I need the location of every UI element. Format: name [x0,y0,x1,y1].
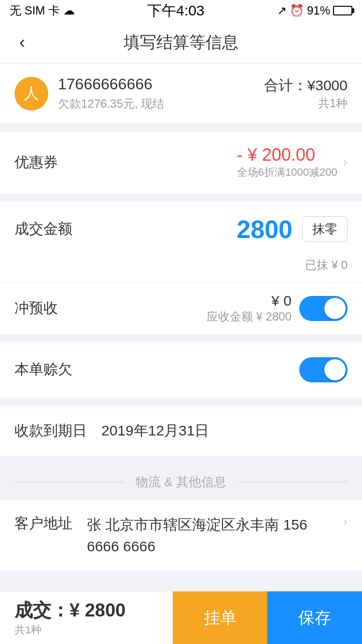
divider-text: 物流 & 其他信息 [124,474,238,490]
deal-section: 成交金额 2800 抹零 已抹 ¥ 0 冲预收 ¥ 0 应收金额 ¥ 2800 [0,201,362,334]
pre-collect-amount: ¥ 0 应收金额 ¥ 2800 [207,293,292,324]
avatar: 人 [14,77,48,111]
customer-row: 人 17666666666 欠款1276.35元, 现结 合计：¥3000 共1… [0,64,362,123]
pre-collect-toggle[interactable] [299,296,348,321]
alarm-icon: ⏰ [290,4,304,17]
bottom-deal-amount: ¥ 2800 [70,600,125,620]
deal-sub-text: 已抹 ¥ 0 [0,257,362,282]
page-title: 填写结算等信息 [124,31,238,54]
save-button[interactable]: 保存 [267,591,362,644]
customer-debt: 欠款1276.35元, 现结 [58,96,164,112]
customer-phone: 17666666666 [58,75,164,93]
status-time: 下午4:03 [147,1,204,21]
coupon-discount: - ¥ 200.00 [237,145,337,165]
nav-header: ‹ 填写结算等信息 [0,21,362,64]
address-arrow-icon: › [343,514,348,529]
pre-collect-label: 冲预收 [14,298,58,318]
customer-right: 合计：¥3000 共1种 [264,76,348,111]
coupon-right: - ¥ 200.00 全场6折满1000减200 › [237,145,348,180]
status-left: 无 SIM 卡 ☁ [10,3,75,18]
due-date-row: 收款到期日 2019年12月31日 [0,406,362,456]
debt-toggle-knob [324,359,346,380]
battery-percent: 91% [307,4,330,17]
total-count: 共1种 [264,96,348,111]
address-value: 张 北京市市辖区海淀区永丰南 156 6666 6666 [87,514,343,557]
debt-toggle[interactable] [299,357,348,382]
divider-line-left [14,482,124,482]
bottom-deal-label: 成交： [14,600,70,620]
status-bar: 无 SIM 卡 ☁ 下午4:03 ↗ ⏰ 91% [0,0,362,21]
pre-amount-sub: 应收金额 ¥ 2800 [207,309,292,324]
sim-label: 无 SIM 卡 ☁ [10,3,75,18]
round-button[interactable]: 抹零 [302,216,348,242]
address-label: 客户地址 [14,514,72,533]
status-right: ↗ ⏰ 91% [277,4,352,17]
divider-line-right [238,482,348,482]
hang-button[interactable]: 挂单 [173,591,267,644]
battery-icon [333,6,352,15]
toggle-knob [324,298,346,319]
pre-collect-row: 冲预收 ¥ 0 应收金额 ¥ 2800 [0,282,362,334]
deal-row: 成交金额 2800 抹零 [0,201,362,257]
coupon-row[interactable]: 优惠券 - ¥ 200.00 全场6折满1000减200 › [0,131,362,194]
customer-left: 人 17666666666 欠款1276.35元, 现结 [14,75,164,112]
coupon-label: 优惠券 [14,153,58,172]
debt-label: 本单赊欠 [14,360,72,379]
location-icon: ↗ [277,4,287,17]
coupon-arrow-icon: › [343,154,348,170]
address-row[interactable]: 客户地址 张 北京市市辖区海淀区永丰南 156 6666 6666 › [0,500,362,571]
divider-section: 物流 & 其他信息 [0,464,362,500]
coupon-desc: 全场6折满1000减200 [237,165,337,180]
due-date-label: 收款到期日 [14,421,87,441]
back-button[interactable]: ‹ [14,28,30,57]
bottom-bar: 成交：¥ 2800 共1种 挂单 保存 [0,591,362,644]
due-date-value: 2019年12月31日 [101,421,209,441]
deal-label: 成交金额 [14,219,72,239]
bottom-count: 共1种 [14,623,158,637]
debt-row: 本单赊欠 [0,342,362,398]
deal-right: 2800 抹零 [237,215,348,244]
total-amount: 合计：¥3000 [264,76,348,96]
bottom-deal-row: 成交：¥ 2800 [14,598,158,623]
pre-amount-main: ¥ 0 [207,293,292,309]
deal-amount: 2800 [237,215,292,244]
pre-collect-right: ¥ 0 应收金额 ¥ 2800 [207,293,348,324]
customer-info: 17666666666 欠款1276.35元, 现结 [58,75,164,112]
bottom-summary: 成交：¥ 2800 共1种 [0,591,173,644]
coupon-section: 优惠券 - ¥ 200.00 全场6折满1000减200 › [0,131,362,194]
